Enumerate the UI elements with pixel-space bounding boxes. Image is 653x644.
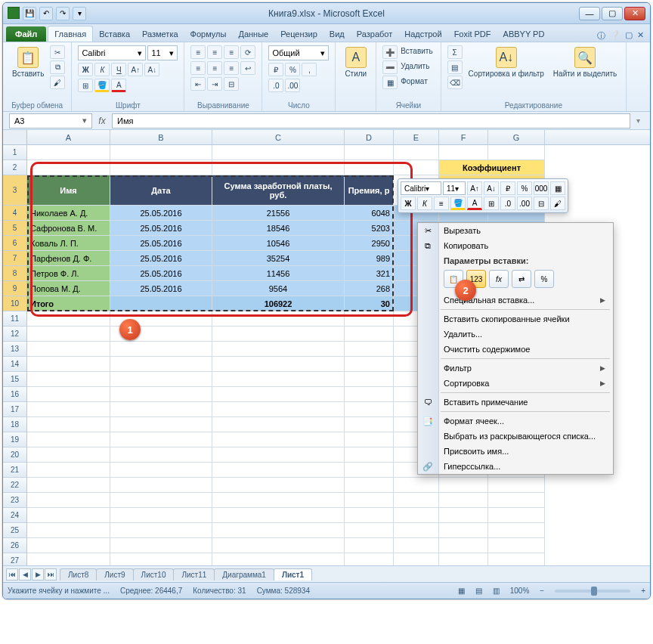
tab-layout[interactable]: Разметка [136, 26, 184, 42]
row-header-21[interactable]: 21 [3, 463, 27, 478]
doc-restore-icon[interactable]: ▢ [625, 30, 633, 42]
col-C[interactable]: C [212, 130, 345, 144]
font-size-combo[interactable]: 11▾ [147, 45, 178, 60]
row-header-14[interactable]: 14 [3, 357, 27, 372]
align-mid[interactable]: ≡ [207, 45, 222, 59]
row-header-19[interactable]: 19 [3, 432, 27, 447]
tab-data[interactable]: Данные [232, 26, 274, 42]
merge[interactable]: ⊟ [224, 77, 239, 91]
sort-filter-button[interactable]: A↓Сортировка и фильтр [466, 45, 547, 79]
row-header-18[interactable]: 18 [3, 417, 27, 432]
row-header-15[interactable]: 15 [3, 372, 27, 387]
mini-fill[interactable]: 🪣 [450, 197, 466, 210]
ctx-filter[interactable]: Фильтр▶ [418, 361, 613, 376]
mini-color[interactable]: A [467, 197, 482, 210]
row-header-17[interactable]: 17 [3, 402, 27, 417]
ctx-format-cells[interactable]: 📑Формат ячеек... [418, 413, 613, 429]
file-tab[interactable]: Файл [6, 26, 46, 42]
view-normal[interactable]: ▦ [458, 587, 465, 595]
sheet-tab-active[interactable]: Лист1 [274, 568, 312, 581]
sheet-tab[interactable]: Лист8 [60, 568, 97, 581]
mini-border[interactable]: ⊞ [484, 197, 499, 210]
sheet-last[interactable]: ⏭ [45, 568, 57, 581]
align-bot[interactable]: ≡ [224, 45, 239, 59]
zoom-out[interactable]: − [540, 587, 544, 595]
wrap-text[interactable]: ↩ [240, 61, 255, 75]
mini-merge[interactable]: ⊟ [534, 197, 549, 210]
indent-inc[interactable]: ⇥ [207, 77, 222, 91]
row-header-16[interactable]: 16 [3, 387, 27, 402]
ctx-comment[interactable]: 🗨Вставить примечание [418, 395, 613, 410]
qat-undo[interactable]: ↶ [39, 7, 53, 20]
view-layout[interactable]: ▤ [475, 587, 482, 595]
sheet-first[interactable]: ⏮ [6, 568, 18, 581]
sheet-next[interactable]: ▶ [32, 568, 44, 581]
fill[interactable]: ▤ [447, 60, 463, 74]
tab-formulas[interactable]: Формулы [184, 26, 233, 42]
paste-transpose[interactable]: ⇄ [512, 270, 531, 288]
ribbon-minimize-icon[interactable]: ⓘ [597, 30, 605, 42]
font-color-button[interactable]: A [111, 79, 126, 92]
tab-review[interactable]: Рецензир [274, 26, 323, 42]
paste-formatting[interactable]: % [534, 270, 554, 288]
mini-align[interactable]: ≡ [434, 197, 449, 210]
row-header-11[interactable]: 11 [3, 311, 27, 327]
increase-font-icon[interactable]: A↑ [128, 63, 143, 76]
paste-all[interactable]: 📋 [444, 270, 463, 288]
row-header-26[interactable]: 26 [3, 538, 27, 553]
tab-insert[interactable]: Вставка [93, 26, 136, 42]
mini-currency[interactable]: ₽ [500, 181, 515, 195]
row-header-24[interactable]: 24 [3, 508, 27, 523]
col-D[interactable]: D [345, 130, 394, 144]
row-header-10[interactable]: 10 [3, 296, 27, 311]
row-header-25[interactable]: 25 [3, 523, 27, 538]
col-B[interactable]: B [110, 130, 212, 144]
paste-formulas[interactable]: fx [489, 270, 509, 288]
row-header-12[interactable]: 12 [3, 327, 27, 342]
mini-shrink[interactable]: A↓ [484, 181, 499, 195]
tab-abbyy[interactable]: ABBYY PD [497, 26, 551, 42]
row-header-4[interactable]: 4 [3, 206, 27, 221]
italic-button[interactable]: К [94, 63, 110, 76]
row-header-3[interactable]: 3 [3, 175, 27, 206]
format-painter-icon[interactable]: 🖌 [50, 76, 65, 89]
row-header-13[interactable]: 13 [3, 342, 27, 357]
cells-insert[interactable]: ➕Вставить [382, 45, 434, 59]
inc-dec[interactable]: .0 [268, 79, 283, 92]
minimize-button[interactable]: — [579, 7, 600, 20]
ctx-special[interactable]: Специальная вставка...▶ [418, 293, 613, 308]
dec-dec[interactable]: .00 [285, 79, 300, 92]
col-E[interactable]: E [394, 130, 439, 144]
cells-format[interactable]: ▦Формат [382, 76, 429, 89]
mini-conditional[interactable]: ▦ [550, 181, 565, 195]
select-all[interactable] [3, 130, 27, 144]
underline-button[interactable]: Ч [111, 63, 126, 76]
row-header-6[interactable]: 6 [3, 236, 27, 251]
row-header-1[interactable]: 1 [3, 145, 27, 160]
ctx-link[interactable]: 🔗Гиперссылка... [418, 459, 613, 474]
ctx-clear[interactable]: Очистить содержимое [418, 342, 613, 357]
autosum[interactable]: Σ [447, 45, 463, 59]
align-center[interactable]: ≡ [207, 61, 222, 75]
zoom-level[interactable]: 100% [510, 587, 530, 595]
row-header-5[interactable]: 5 [3, 221, 27, 236]
percent[interactable]: % [285, 63, 300, 76]
maximize-button[interactable]: ▢ [602, 7, 623, 20]
indent-dec[interactable]: ⇤ [190, 77, 206, 91]
number-format-combo[interactable]: Общий▾ [268, 45, 329, 60]
sheet-prev[interactable]: ◀ [19, 568, 31, 581]
close-button[interactable]: ✕ [624, 7, 645, 20]
orientation[interactable]: ⟳ [240, 45, 255, 59]
fill-color-button[interactable]: 🪣 [94, 79, 110, 92]
ctx-insert-copied[interactable]: Вставить скопированные ячейки [418, 311, 613, 327]
tab-foxit[interactable]: Foxit PDF [448, 26, 497, 42]
ctx-delete[interactable]: Удалить... [418, 327, 613, 342]
formula-input[interactable]: Имя [112, 113, 630, 128]
col-G[interactable]: G [488, 130, 545, 144]
row-header-7[interactable]: 7 [3, 251, 27, 266]
qat-more[interactable]: ▾ [73, 7, 86, 20]
mini-incdec[interactable]: .0 [500, 197, 515, 210]
tab-addins[interactable]: Надстрой [398, 26, 447, 42]
row-header-20[interactable]: 20 [3, 447, 27, 463]
row-header-9[interactable]: 9 [3, 281, 27, 296]
